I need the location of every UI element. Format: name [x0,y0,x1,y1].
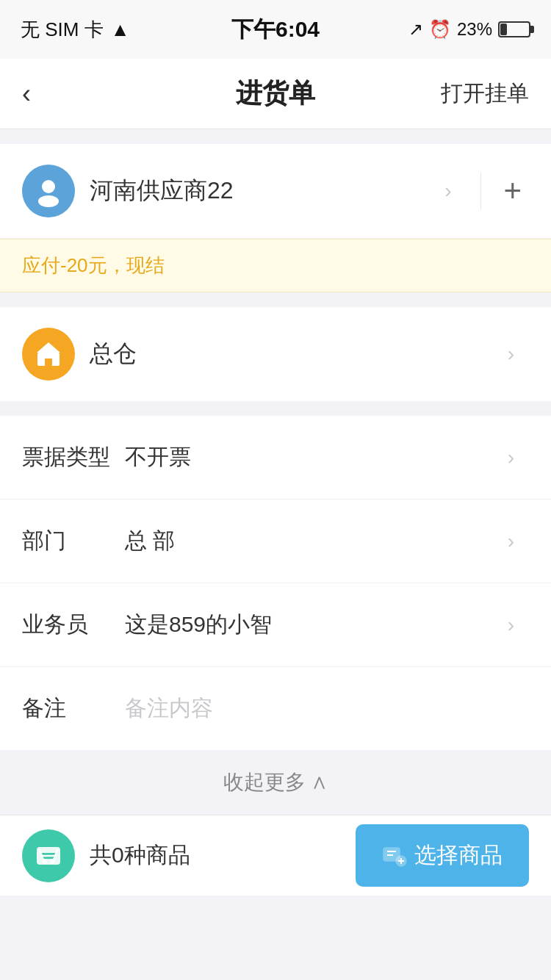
warehouse-row[interactable]: 总仓 › [0,307,551,401]
salesperson-value: 这是859的小智 [125,610,508,640]
collapse-text: 收起更多 ∧ [223,768,328,796]
supplier-name: 河南供应商22 [90,175,444,207]
svg-point-0 [42,180,55,193]
supplier-card: 河南供应商22 › + 应付-20元，现结 [0,144,551,292]
open-pending-button[interactable]: 打开挂单 [441,79,529,109]
department-chevron-icon: › [508,530,514,553]
invoice-type-row[interactable]: 票据类型 不开票 › [0,416,551,500]
warehouse-icon [34,339,63,369]
invoice-type-value: 不开票 [125,442,508,472]
warehouse-card[interactable]: 总仓 › [0,307,551,401]
divider [480,173,481,209]
supplier-avatar [22,165,75,217]
wifi-icon: ▲ [111,18,130,41]
cart-icon [34,841,63,871]
gap-1 [0,129,551,144]
svg-point-6 [43,860,47,864]
salesperson-chevron-icon: › [508,613,514,637]
warehouse-chevron-icon: › [508,342,514,366]
supplier-chevron-icon: › [444,179,451,203]
bottom-bar: 共0种商品 选择商品 [0,815,551,896]
notice-bar: 应付-20元，现结 [0,239,551,292]
carrier-text: 无 SIM 卡 [21,17,104,43]
alarm-icon: ⏰ [429,19,451,40]
battery-icon [498,21,530,37]
remark-input[interactable]: 备注内容 [125,693,529,724]
avatar-icon [32,175,65,207]
remark-label: 备注 [22,693,125,724]
status-left: 无 SIM 卡 ▲ [21,17,129,43]
svg-rect-4 [45,359,52,366]
gap-3 [0,401,551,416]
invoice-type-label: 票据类型 [22,442,125,472]
status-right: ↗ ⏰ 23% [408,19,530,40]
department-label: 部门 [22,526,125,556]
battery-percent: 23% [457,19,492,40]
warehouse-name: 总仓 [90,338,508,370]
svg-point-1 [38,195,59,207]
back-button[interactable]: ‹ [22,79,66,109]
notice-text: 应付-20元，现结 [22,254,165,276]
svg-marker-3 [37,342,60,353]
location-icon: ↗ [408,19,423,40]
department-value: 总 部 [125,526,508,556]
product-count-text: 共0种商品 [90,840,356,871]
cart-icon-wrap [22,829,75,882]
invoice-type-chevron-icon: › [508,446,514,469]
gap-2 [0,292,551,307]
supplier-row[interactable]: 河南供应商22 › + [0,144,551,239]
svg-point-7 [50,860,54,864]
select-product-label: 选择商品 [414,840,503,871]
salesperson-label: 业务员 [22,610,125,640]
status-time: 下午6:04 [231,15,320,45]
status-bar: 无 SIM 卡 ▲ 下午6:04 ↗ ⏰ 23% [0,0,551,59]
select-product-button[interactable]: 选择商品 [356,824,529,887]
page-background [0,896,551,980]
warehouse-icon-wrap [22,328,75,381]
select-product-icon [382,843,407,868]
form-section: 票据类型 不开票 › 部门 总 部 › 业务员 这是859的小智 › 备注 备注… [0,416,551,750]
collapse-bar[interactable]: 收起更多 ∧ [0,750,551,815]
nav-bar: ‹ 进货单 打开挂单 [0,59,551,129]
page-title: 进货单 [236,76,315,112]
salesperson-row[interactable]: 业务员 这是859的小智 › [0,583,551,667]
department-row[interactable]: 部门 总 部 › [0,500,551,583]
add-supplier-button[interactable]: + [496,173,529,209]
remark-row[interactable]: 备注 备注内容 [0,667,551,750]
